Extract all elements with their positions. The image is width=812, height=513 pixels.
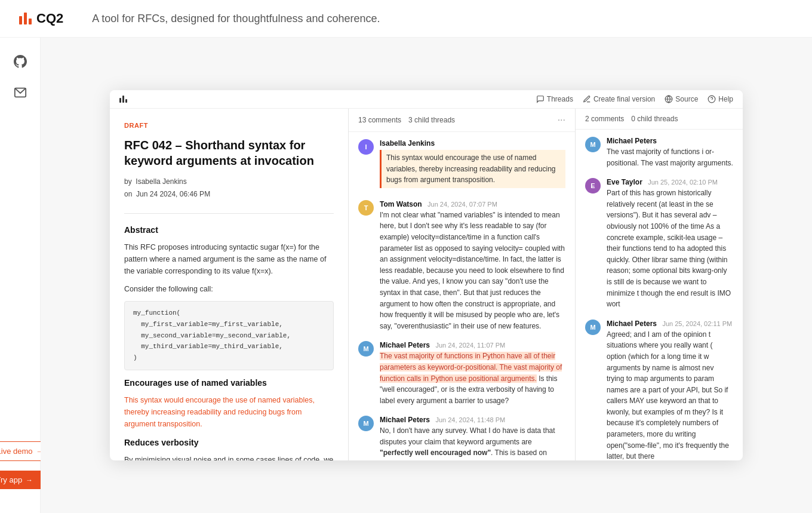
- t2-comment-3-date: Jun 25, 2024, 02:11 PM: [662, 320, 732, 327]
- help-action[interactable]: Help: [708, 95, 733, 103]
- t2-comment-3-author: Michael Peters Jun 25, 2024, 02:11 PM: [607, 320, 733, 328]
- rfc-pane: DRAFT RFC 042 – Shorthand syntax for key…: [110, 109, 349, 460]
- logo-icon: [19, 13, 32, 24]
- comment-2-body: Tom Watson Jun 24, 2024, 07:07 PM I'm no…: [380, 200, 565, 332]
- comment-4-date: Jun 24, 2024, 11:48 PM: [435, 416, 505, 423]
- avatar-isabella: I: [358, 139, 374, 155]
- t2-comment-2-author: Eve Taylor Jun 25, 2024, 02:10 PM: [607, 178, 733, 186]
- app-body: DRAFT RFC 042 – Shorthand syntax for key…: [110, 109, 743, 460]
- t2-comment-3-body: Michael Peters Jun 25, 2024, 02:11 PM Ag…: [607, 320, 733, 460]
- section1-link-text[interactable]: This syntax would encourage the use of n…: [124, 396, 315, 428]
- create-final-version-label: Create final version: [593, 95, 655, 103]
- thread1-comments: I Isabella Jenkins This syntax would enc…: [349, 132, 575, 460]
- help-label: Help: [718, 95, 733, 103]
- logo[interactable]: CQ2: [19, 11, 63, 26]
- tagline: A tool for RFCs, designed for thoughtful…: [92, 13, 380, 25]
- comment-3-author: Michael Peters Jun 24, 2024, 11:07 PM: [380, 341, 565, 349]
- comment-2-date: Jun 24, 2024, 07:07 PM: [427, 201, 497, 208]
- comment-3-date: Jun 24, 2024, 11:07 PM: [435, 342, 505, 349]
- comment-1-body: Isabella Jenkins This syntax would encou…: [380, 139, 565, 191]
- help-icon: [708, 95, 716, 103]
- comment-4: M Michael Peters Jun 24, 2024, 11:48 PM …: [358, 416, 565, 460]
- code-block: my_function( my_first_variable=my_first_…: [124, 301, 334, 370]
- thread2-child-threads: 0 child threads: [631, 115, 678, 123]
- avatar-tom: T: [358, 200, 374, 216]
- t2-comment-1: M Michael Peters The vast majority of fu…: [585, 137, 733, 168]
- abstract-title: Abstract: [124, 223, 334, 236]
- section1-title: Encourages use of named variables: [124, 376, 334, 389]
- author-label: by: [124, 177, 132, 186]
- thread1-child-threads: 3 child threads: [408, 116, 455, 124]
- rfc-draft-badge: DRAFT: [124, 121, 334, 131]
- logo-bar-3: [29, 19, 32, 24]
- create-final-version-action[interactable]: Create final version: [583, 95, 655, 103]
- t2-avatar-michael-2: M: [585, 320, 601, 335]
- t2-comment-2-body: Eve Taylor Jun 25, 2024, 02:10 PM Part o…: [607, 178, 733, 310]
- comment-4-author: Michael Peters Jun 24, 2024, 11:48 PM: [380, 416, 565, 424]
- thread2-comments: M Michael Peters The vast majority of fu…: [576, 130, 743, 460]
- threads-action[interactable]: Threads: [536, 95, 573, 103]
- app-mockup: Threads Create final version: [110, 90, 743, 460]
- t2-comment-3: M Michael Peters Jun 25, 2024, 02:11 PM …: [585, 320, 733, 460]
- thread2-comments-count: 2 comments: [585, 115, 624, 123]
- comment-3-text: The vast majority of functions in Python…: [380, 351, 565, 406]
- t2-comment-2: E Eve Taylor Jun 25, 2024, 02:10 PM Part…: [585, 178, 733, 310]
- t2-comment-2-date: Jun 25, 2024, 02:10 PM: [648, 179, 718, 186]
- app-topbar: Threads Create final version: [110, 90, 743, 109]
- sidebar: Live demo → Try app →: [0, 38, 41, 513]
- t2-avatar-michael: M: [585, 137, 601, 152]
- thread2-header: 2 comments 0 child threads: [576, 109, 743, 130]
- comment-4-text: No, I don't have any survey. What I do h…: [380, 425, 565, 460]
- comment-2-text: I'm not clear what "named variables" is …: [380, 210, 565, 332]
- threads-icon: [536, 95, 545, 103]
- comment-1-text: This syntax would encourage the use of n…: [380, 150, 565, 188]
- source-action[interactable]: Source: [665, 95, 698, 103]
- abstract-text: This RFC proposes introducing syntactic …: [124, 241, 334, 277]
- thread1-more-icon[interactable]: ···: [558, 115, 565, 125]
- t2-comment-3-text: Agreed; and I am of the opinion t situat…: [607, 329, 733, 460]
- thread-pane-2: 2 comments 0 child threads M Michael Pet…: [576, 109, 743, 460]
- comment-3-highlight-text: The vast majority of functions in Python…: [380, 352, 562, 382]
- comment-1: I Isabella Jenkins This syntax would enc…: [358, 139, 565, 191]
- t2-comment-1-text: The vast majority of functions i or-posi…: [607, 146, 733, 168]
- logo-bar-1: [19, 16, 22, 24]
- section2-text: By minimising visual noise and in some c…: [124, 454, 334, 460]
- avatar-michael-1: M: [358, 341, 374, 357]
- try-app-arrow-icon: →: [26, 476, 33, 484]
- avatar-michael-2: M: [358, 416, 374, 431]
- logo-bar-2: [24, 13, 27, 24]
- thread2-stats: 2 comments 0 child threads: [585, 115, 733, 123]
- comment-2-author: Tom Watson Jun 24, 2024, 07:07 PM: [380, 200, 565, 208]
- section1-text: This syntax would encourage the use of n…: [124, 394, 334, 430]
- comment-4-body: Michael Peters Jun 24, 2024, 11:48 PM No…: [380, 416, 565, 460]
- consider-text: Consider the following call:: [124, 283, 334, 295]
- t2-comment-1-body: Michael Peters The vast majority of func…: [607, 137, 733, 168]
- thread1-stats: 13 comments 3 child threads: [358, 116, 558, 124]
- comment-1-highlight: This syntax would encourage the use of n…: [380, 150, 565, 188]
- comment-3: M Michael Peters Jun 24, 2024, 11:07 PM …: [358, 341, 565, 406]
- app-logo-icon: [119, 96, 127, 103]
- logo-text: CQ2: [36, 11, 63, 26]
- source-label: Source: [675, 95, 698, 103]
- rfc-divider: [124, 213, 334, 214]
- thread-pane-1: 13 comments 3 child threads ··· I Isabel…: [349, 109, 576, 460]
- threads-label: Threads: [547, 95, 573, 103]
- t2-avatar-eve: E: [585, 178, 601, 193]
- t2-comment-2-text: Part of this has grown historically rela…: [607, 188, 733, 310]
- date-label: on: [124, 190, 132, 198]
- date-value: Jun 24 2024, 06:46 PM: [136, 190, 210, 198]
- github-icon[interactable]: [11, 52, 30, 71]
- thread1-header: 13 comments 3 child threads ···: [349, 109, 575, 132]
- author-name: Isabella Jenkins: [136, 177, 186, 186]
- thread1-comments-count: 13 comments: [358, 116, 401, 124]
- comment-3-body: Michael Peters Jun 24, 2024, 11:07 PM Th…: [380, 341, 565, 406]
- section2-title: Reduces verbosity: [124, 436, 334, 449]
- create-final-version-icon: [583, 95, 591, 103]
- main-layout: Live demo → Try app →: [0, 38, 812, 513]
- rfc-title: RFC 042 – Shorthand syntax for keyword a…: [124, 137, 334, 168]
- t2-comment-1-author: Michael Peters: [607, 137, 733, 145]
- app-topbar-actions: Threads Create final version: [536, 95, 733, 103]
- header: CQ2 A tool for RFCs, designed for though…: [0, 0, 812, 38]
- comment-1-author: Isabella Jenkins: [380, 139, 565, 148]
- mail-icon[interactable]: [11, 83, 30, 102]
